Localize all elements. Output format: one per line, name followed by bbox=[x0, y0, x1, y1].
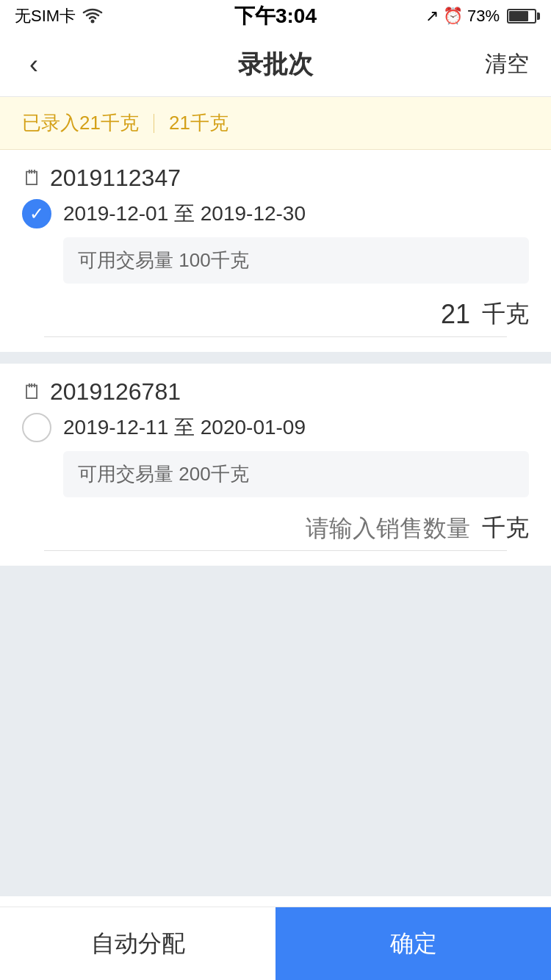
quantity-unit-1: 千克 bbox=[482, 298, 529, 331]
carrier-label: 无SIM卡 bbox=[15, 5, 76, 27]
batch-item-1: 🗒 2019112347 ✓ 2019-12-01 至 2019-12-30 可… bbox=[0, 150, 551, 352]
clear-button[interactable]: 清空 bbox=[485, 49, 529, 79]
batch-quantity-row-1: 21 千克 bbox=[22, 287, 529, 336]
svg-point-0 bbox=[91, 20, 95, 24]
batch-doc-icon-2: 🗒 bbox=[22, 380, 43, 404]
batch-item-2: 🗒 2019126781 2019-12-11 至 2020-01-09 可用交… bbox=[0, 364, 551, 566]
summary-bar: 已录入21千克 21千克 bbox=[0, 97, 551, 150]
status-right: ↗ ⏰ 73% bbox=[425, 7, 536, 26]
confirm-button[interactable]: 确定 bbox=[276, 907, 551, 980]
batch-doc-icon-1: 🗒 bbox=[22, 166, 43, 190]
batch-date-row-2[interactable]: 2019-12-11 至 2020-01-09 bbox=[22, 413, 529, 442]
alarm-icon: ⏰ bbox=[443, 7, 463, 26]
batch-id-2: 2019126781 bbox=[50, 378, 181, 406]
battery-icon bbox=[507, 9, 536, 24]
radio-select-2[interactable] bbox=[22, 413, 51, 442]
batch-date-row-1[interactable]: ✓ 2019-12-01 至 2019-12-30 bbox=[22, 199, 529, 228]
section-divider bbox=[0, 352, 551, 364]
content-area: 🗒 2019112347 ✓ 2019-12-01 至 2019-12-30 可… bbox=[0, 150, 551, 970]
check-icon-1: ✓ bbox=[29, 205, 44, 223]
empty-area bbox=[0, 566, 551, 896]
status-bar: 无SIM卡 下午3:04 ↗ ⏰ 73% bbox=[0, 0, 551, 32]
battery-percent: 73% bbox=[467, 7, 500, 26]
back-button[interactable]: ‹ bbox=[22, 42, 46, 87]
batch-header-1: 🗒 2019112347 bbox=[22, 165, 529, 192]
batch-available-1: 可用交易量 100千克 bbox=[63, 237, 529, 284]
quantity-input-2[interactable] bbox=[264, 515, 470, 542]
summary-divider bbox=[154, 114, 154, 133]
wifi-icon bbox=[82, 8, 104, 24]
batch-header-2: 🗒 2019126781 bbox=[22, 378, 529, 406]
batch-date-2: 2019-12-11 至 2020-01-09 bbox=[63, 414, 306, 442]
summary-value: 21千克 bbox=[169, 110, 228, 136]
nav-bar: ‹ 录批次 清空 bbox=[0, 32, 551, 97]
status-left: 无SIM卡 bbox=[15, 5, 104, 27]
batch-date-1: 2019-12-01 至 2019-12-30 bbox=[63, 200, 306, 228]
location-icon: ↗ bbox=[425, 7, 439, 26]
input-row-2: 千克 bbox=[22, 500, 529, 550]
input-divider-2 bbox=[44, 550, 507, 551]
quantity-value-1: 21 bbox=[441, 299, 470, 330]
radio-select-1[interactable]: ✓ bbox=[22, 199, 51, 228]
bottom-bar: 自动分配 确定 bbox=[0, 907, 551, 980]
quantity-divider-1 bbox=[44, 336, 507, 337]
input-unit-2: 千克 bbox=[482, 512, 529, 544]
batch-available-2: 可用交易量 200千克 bbox=[63, 451, 529, 497]
batch-id-1: 2019112347 bbox=[50, 165, 181, 192]
page-title: 录批次 bbox=[238, 48, 313, 82]
status-time: 下午3:04 bbox=[234, 2, 317, 30]
auto-distribute-button[interactable]: 自动分配 bbox=[0, 907, 276, 980]
summary-label: 已录入21千克 bbox=[22, 110, 139, 136]
